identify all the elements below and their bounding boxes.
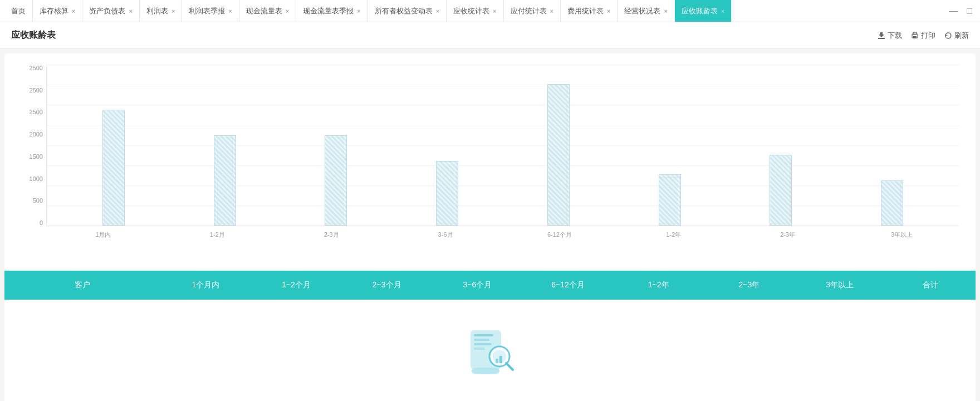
tab-ar-aging-label: 应收账龄表 — [682, 6, 718, 16]
bar-group-3plus-year — [836, 65, 948, 226]
tab-income-quarterly[interactable]: 利润表季报 × — [182, 0, 239, 22]
main-content: 2500 2500 2500 2000 1500 1000 500 0 — [4, 53, 976, 401]
tab-balance-sheet[interactable]: 资产负债表 × — [82, 0, 139, 22]
empty-state-icon — [459, 322, 521, 383]
empty-state — [4, 300, 976, 401]
tab-income-quarterly-close[interactable]: × — [228, 8, 232, 14]
tab-income-label: 利润表 — [146, 6, 168, 16]
bar-group-2-3year — [726, 65, 837, 226]
tab-ops-status[interactable]: 经营状况表 × — [618, 0, 674, 22]
tab-bar-actions: — □ — [945, 4, 976, 18]
bar-group-1-2month — [169, 65, 281, 226]
x-label-3-6month: 3-6月 — [389, 226, 503, 243]
tab-income-quarterly-label: 利润表季报 — [189, 6, 225, 16]
tab-bar: 首页 库存核算 × 资产负债表 × 利润表 × 利润表季报 × 现金流量表 × … — [0, 0, 980, 22]
svg-rect-7 — [474, 343, 492, 345]
svg-rect-10 — [472, 368, 499, 374]
y-label-1000: 1000 — [30, 175, 43, 182]
x-label-2-3month: 2-3月 — [275, 226, 389, 243]
y-label-2500-top: 2500 — [30, 65, 43, 71]
download-label: 下载 — [888, 31, 902, 41]
th-2-3month: 2~3个月 — [341, 280, 432, 290]
refresh-button[interactable]: 刷新 — [944, 31, 969, 41]
bar-6-12month — [547, 84, 570, 226]
y-label-2500-2: 2500 — [30, 87, 43, 94]
tab-expense-stats-label: 费用统计表 — [567, 6, 604, 16]
tab-income-close[interactable]: × — [171, 8, 175, 14]
tab-cash-flow-close[interactable]: × — [286, 8, 289, 14]
tab-balance-sheet-close[interactable]: × — [129, 8, 132, 14]
y-label-2500-3: 2500 — [30, 109, 43, 115]
x-label-1-2month: 1-2月 — [160, 226, 275, 243]
bar-1month — [102, 110, 125, 226]
x-label-1-2year: 1-2年 — [616, 226, 731, 243]
tab-ap-stats-close[interactable]: × — [550, 8, 553, 14]
tab-expense-stats-close[interactable]: × — [607, 8, 610, 14]
tab-scroll: 首页 库存核算 × 资产负债表 × 利润表 × 利润表季报 × 现金流量表 × … — [4, 0, 945, 22]
svg-rect-2 — [913, 32, 917, 35]
tab-home-label: 首页 — [11, 6, 26, 16]
x-label-6-12month: 6-12个月 — [503, 226, 617, 243]
print-button[interactable]: 打印 — [911, 31, 935, 41]
svg-line-13 — [506, 363, 513, 370]
tab-inventory-label: 库存核算 — [40, 6, 68, 16]
tab-balance-sheet-label: 资产负债表 — [89, 6, 125, 16]
tab-ar-aging-close[interactable]: × — [721, 8, 724, 14]
tab-cash-flow-label: 现金流量表 — [246, 6, 282, 16]
tab-ap-stats[interactable]: 应付统计表 × — [504, 0, 561, 22]
tab-cash-flow[interactable]: 现金流量表 × — [239, 0, 296, 22]
tab-equity-changes[interactable]: 所有者权益变动表 × — [368, 0, 447, 22]
tab-expense-stats[interactable]: 费用统计表 × — [561, 0, 618, 22]
download-icon — [878, 32, 885, 40]
x-label-1month: 1月内 — [46, 226, 160, 243]
tab-equity-changes-label: 所有者权益变动表 — [375, 6, 433, 16]
y-label-500: 500 — [33, 197, 43, 204]
y-label-0: 0 — [40, 219, 43, 226]
tab-cash-flow-quarterly[interactable]: 现金流量表季报 × — [296, 0, 367, 22]
table-header: 客户 1个月内 1~2个月 2~3个月 3~6个月 6~12个月 1~2年 2~… — [4, 271, 976, 300]
tab-ops-status-label: 经营状况表 — [624, 6, 660, 16]
x-label-2-3year: 2-3年 — [731, 226, 845, 243]
refresh-icon — [944, 32, 952, 40]
x-axis: 1月内 1-2月 2-3月 3-6月 6-12个月 1-2年 2-3年 3年以上 — [46, 226, 959, 243]
bar-group-2-3month — [281, 65, 392, 226]
maximize-icon[interactable]: □ — [963, 4, 976, 18]
tab-ar-stats[interactable]: 应收统计表 × — [447, 0, 503, 22]
svg-rect-0 — [878, 38, 885, 39]
tab-cash-flow-quarterly-close[interactable]: × — [357, 8, 360, 14]
bar-2-3year — [770, 155, 792, 226]
tab-ar-stats-close[interactable]: × — [493, 8, 496, 14]
tab-ops-status-close[interactable]: × — [664, 8, 667, 14]
svg-rect-5 — [474, 334, 493, 336]
svg-rect-6 — [474, 339, 489, 341]
tab-inventory[interactable]: 库存核算 × — [33, 0, 82, 22]
th-1-2month: 1~2个月 — [251, 280, 342, 290]
chart-plot — [46, 65, 959, 226]
th-customer: 客户 — [4, 280, 160, 290]
th-3plus-year: 3年以上 — [795, 280, 885, 290]
tab-home[interactable]: 首页 — [4, 0, 33, 22]
bar-group-3-6month — [391, 65, 503, 226]
th-3-6month: 3~6个月 — [432, 280, 523, 290]
tab-equity-changes-close[interactable]: × — [436, 8, 439, 14]
y-label-1500: 1500 — [30, 153, 43, 160]
print-label: 打印 — [921, 31, 935, 41]
svg-rect-8 — [474, 348, 485, 350]
svg-rect-15 — [499, 356, 502, 363]
header-actions: 下载 打印 刷新 — [878, 31, 969, 41]
svg-rect-3 — [913, 36, 917, 38]
download-button[interactable]: 下载 — [878, 31, 902, 41]
svg-rect-14 — [496, 359, 498, 363]
minimize-icon[interactable]: — — [945, 4, 961, 18]
tab-income[interactable]: 利润表 × — [140, 0, 182, 22]
page-header: 应收账龄表 下载 打印 刷新 — [0, 22, 980, 49]
tab-inventory-close[interactable]: × — [72, 8, 75, 14]
tab-ar-aging[interactable]: 应收账龄表 × — [675, 0, 732, 22]
bar-group-1month — [58, 65, 169, 226]
page-title: 应收账龄表 — [11, 30, 56, 41]
tab-ap-stats-label: 应付统计表 — [511, 6, 547, 16]
bar-3plus-year — [881, 180, 903, 226]
print-icon — [911, 32, 919, 40]
x-label-3plus-year: 3年以上 — [845, 226, 959, 243]
bar-3-6month — [436, 161, 458, 226]
